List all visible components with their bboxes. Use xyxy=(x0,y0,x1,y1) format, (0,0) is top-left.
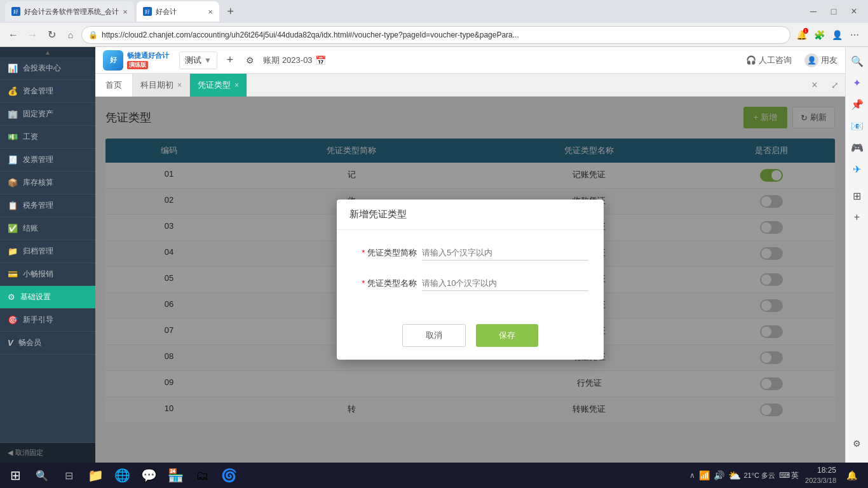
member-icon: V xyxy=(8,338,13,348)
tab-subjects[interactable]: 科目期初 × xyxy=(133,74,190,97)
period-label: 账期 xyxy=(263,55,280,66)
task-view-button[interactable]: ⊟ xyxy=(56,463,81,488)
tab-subjects-close-icon[interactable]: × xyxy=(177,81,182,90)
browser-menu[interactable]: ⋯ xyxy=(846,27,863,43)
clock[interactable]: 18:25 2023/3/18 xyxy=(803,465,839,485)
tab-voucher-type[interactable]: 凭证类型 × xyxy=(190,74,247,97)
maximize-button[interactable]: □ xyxy=(825,3,843,20)
browser-download-icon[interactable]: ⊞ xyxy=(848,187,866,205)
calendar-icon: 📅 xyxy=(315,55,326,65)
new-tab-button[interactable]: + xyxy=(222,3,240,20)
tab-home[interactable]: 首页 xyxy=(95,74,133,97)
up-arrow-icon[interactable]: ∧ xyxy=(689,471,695,480)
browser-games-icon[interactable]: 🎮 xyxy=(848,139,866,156)
salary-icon: 💵 xyxy=(8,132,18,142)
invoice-label: 发票管理 xyxy=(23,154,53,165)
sidebar-collapse-button[interactable]: ◀ 取消固定 xyxy=(0,442,95,463)
browser-tab-active[interactable]: 好 好会计 × xyxy=(137,1,219,22)
modal-overlay: 新增凭证类型 * 凭证类型简称 xyxy=(95,97,845,463)
inventory-label: 库存核算 xyxy=(23,177,53,188)
browser-tab[interactable]: 好 好会计云务软件管理系统_会计 × xyxy=(5,1,134,22)
sidebar-item-salary[interactable]: 💵 工资 xyxy=(0,126,95,149)
company-name: 测试 xyxy=(185,55,201,66)
sidebar-item-archive[interactable]: 📁 归档管理 xyxy=(0,240,95,263)
closing-icon: ✅ xyxy=(8,224,18,233)
tab-voucher-close-icon[interactable]: × xyxy=(234,81,239,90)
user-button[interactable]: 👤 用友 xyxy=(804,53,837,67)
browser-feiqiu-icon[interactable]: ✈ xyxy=(848,160,866,178)
cancel-button[interactable]: 取消 xyxy=(402,324,466,347)
sidebar-item-inventory[interactable]: 📦 库存核算 xyxy=(0,172,95,194)
sidebar-item-closing[interactable]: ✅ 结账 xyxy=(0,217,95,240)
archive-label: 归档管理 xyxy=(23,246,53,257)
guide-icon: 🎯 xyxy=(8,315,18,325)
sidebar-item-tax[interactable]: 📋 税务管理 xyxy=(0,194,95,217)
sidebar-item-expense[interactable]: 💳 小畅报销 xyxy=(0,263,95,286)
company-selector[interactable]: 测试 ▼ xyxy=(179,51,217,69)
sidebar-item-settings[interactable]: ⚙ 基础设置 xyxy=(0,286,95,309)
address-bar-row: ← → ↻ ⌂ 🔒 https://cloud2.chanjet.com/acc… xyxy=(0,23,868,47)
address-bar[interactable]: 🔒 https://cloud2.chanjet.com/accounting/… xyxy=(81,26,790,44)
search-button[interactable]: 🔍 xyxy=(29,463,55,488)
sidebar-item-member[interactable]: V 畅会员 xyxy=(0,332,95,355)
sidebar: ▲ 📊 会投表中心 💰 资金管理 🏢 固定资产 💵 工资 🧾 发票管理 📦 库存… xyxy=(0,47,95,463)
form-row-name: * 凭证类型名称 xyxy=(352,276,588,291)
sidebar-item-fixed-assets[interactable]: 🏢 固定资产 xyxy=(0,103,95,126)
close-button[interactable]: × xyxy=(845,3,863,20)
user-avatar-icon: 👤 xyxy=(804,53,818,67)
modal-title: 新增凭证类型 xyxy=(349,208,407,220)
tab-bar: 首页 科目期初 × 凭证类型 × × ⤢ xyxy=(95,74,845,97)
expense-icon: 💳 xyxy=(8,269,18,279)
minimize-button[interactable]: ─ xyxy=(804,3,822,20)
refresh-button[interactable]: ↻ xyxy=(43,27,60,43)
funds-icon: 💰 xyxy=(8,86,18,96)
modal-dialog: 新增凭证类型 * 凭证类型简称 xyxy=(337,200,604,360)
weather-temp: 21°C 多云 xyxy=(743,471,775,480)
sidebar-item-funds[interactable]: 💰 资金管理 xyxy=(0,80,95,103)
add-company-button[interactable]: + xyxy=(222,53,238,68)
abbr-input[interactable] xyxy=(422,245,588,261)
file-explorer-app[interactable]: 📁 xyxy=(83,463,108,488)
browser-outlook-icon[interactable]: 📧 xyxy=(848,117,866,135)
browser-search-icon[interactable]: 🔍 xyxy=(848,52,866,70)
consult-button[interactable]: 🎧 人工咨询 xyxy=(746,55,792,66)
member-label: 畅会员 xyxy=(18,337,41,348)
start-button[interactable]: ⊞ xyxy=(3,463,28,488)
sidebar-item-investments[interactable]: 📊 会投表中心 xyxy=(0,57,95,80)
browser-add-sidebar-icon[interactable]: + xyxy=(848,208,866,226)
home-button[interactable]: ⌂ xyxy=(62,27,79,43)
browser-sidebar-settings-icon[interactable]: ⚙ xyxy=(848,435,866,452)
expense-label: 小畅报销 xyxy=(23,269,53,280)
network-icon[interactable]: 📶 xyxy=(699,470,710,480)
name-input[interactable] xyxy=(422,276,588,291)
browser-profile[interactable]: 👤 xyxy=(829,27,845,43)
browser-copilot-icon[interactable]: ✦ xyxy=(848,74,866,92)
app-header: 好 畅捷通好合计 演练版 测试 ▼ + ⚙ 账期 2023-03 📅 🎧 人工咨… xyxy=(95,47,845,74)
sidebar-item-invoice[interactable]: 🧾 发票管理 xyxy=(0,149,95,172)
volume-icon[interactable]: 🔊 xyxy=(714,470,724,480)
extensions-icon[interactable]: 🧩 xyxy=(811,27,827,43)
save-button[interactable]: 保存 xyxy=(476,324,538,347)
investments-label: 会投表中心 xyxy=(23,63,61,74)
language-indicator[interactable]: ⌨ 英 xyxy=(779,470,799,481)
files-app[interactable]: 🗂 xyxy=(189,463,215,488)
chrome-app[interactable]: 🌐 xyxy=(109,463,135,488)
back-button[interactable]: ← xyxy=(5,27,22,43)
wechat-app[interactable]: 💬 xyxy=(136,463,161,488)
tab-window-close-button[interactable]: × xyxy=(804,75,825,95)
favorites-icon[interactable]: 🔔1 xyxy=(793,27,810,43)
tab1-title: 好会计云务软件管理系统_会计 xyxy=(24,7,119,17)
edge-app[interactable]: 🌀 xyxy=(216,463,241,488)
name-label: * 凭证类型名称 xyxy=(352,278,422,289)
notification-button[interactable]: 🔔 xyxy=(843,466,860,484)
sidebar-scroll-up[interactable]: ▲ xyxy=(0,47,95,57)
browser-collections-icon[interactable]: 📌 xyxy=(848,95,866,113)
tab1-close[interactable]: × xyxy=(123,7,128,17)
tab-expand-button[interactable]: ⤢ xyxy=(825,75,845,95)
forward-button[interactable]: → xyxy=(24,27,41,43)
header-settings-button[interactable]: ⚙ xyxy=(243,53,258,68)
sidebar-item-guide[interactable]: 🎯 新手引导 xyxy=(0,309,95,332)
tab2-close[interactable]: × xyxy=(208,7,213,17)
store-app[interactable]: 🏪 xyxy=(163,463,188,488)
app-name: 畅捷通好合计 xyxy=(127,51,169,60)
